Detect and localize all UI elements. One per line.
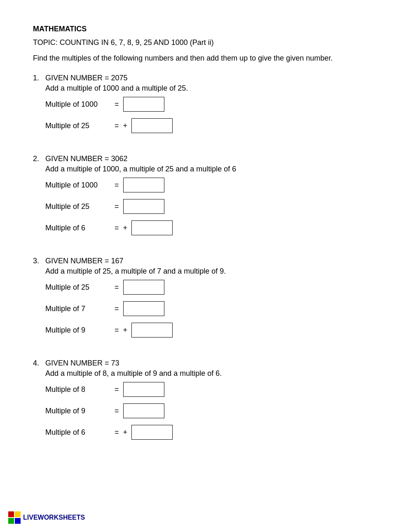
answer-box-4-1[interactable] — [123, 382, 164, 397]
add-instruction-2: Add a multiple of 1000, a multiple of 25… — [45, 165, 379, 173]
question-body-2: GIVEN NUMBER = 3062Add a multiple of 100… — [45, 155, 379, 242]
question-item-4: 4.GIVEN NUMBER = 73Add a multiple of 8, … — [33, 359, 379, 446]
plus-sign-4-3: + — [123, 428, 128, 437]
question-body-4: GIVEN NUMBER = 73Add a multiple of 8, a … — [45, 359, 379, 446]
answer-row-1-2: Multiple of 25=+ — [45, 118, 379, 133]
equals-sign-3-1: = — [115, 283, 119, 292]
equals-sign-4-1: = — [115, 385, 119, 394]
instructions: Find the multiples of the following numb… — [33, 53, 379, 64]
equals-sign-4-2: = — [115, 407, 119, 415]
topic: TOPIC: COUNTING IN 6, 7, 8, 9, 25 AND 10… — [33, 38, 379, 47]
plus-sign-3-3: + — [123, 326, 128, 335]
answer-box-3-2[interactable] — [123, 301, 164, 316]
logo-square-yellow — [15, 511, 21, 517]
question-item-1: 1.GIVEN NUMBER = 2075Add a multiple of 1… — [33, 74, 379, 140]
liveworksheets-logo: LIVEWORKSHEETS — [8, 511, 85, 524]
header-title: MATHEMATICS — [33, 25, 379, 33]
questions-list: 1.GIVEN NUMBER = 2075Add a multiple of 1… — [33, 74, 379, 446]
add-instruction-3: Add a multiple of 25, a multiple of 7 an… — [45, 267, 379, 276]
equals-sign-1-2: = — [115, 122, 119, 130]
answer-box-1-1[interactable] — [123, 97, 164, 112]
question-number-4: 4. — [33, 359, 45, 368]
answer-label-4-3: Multiple of 6 — [45, 428, 111, 437]
plus-sign-2-3: + — [123, 224, 128, 232]
answer-label-1-2: Multiple of 25 — [45, 122, 111, 130]
answer-box-2-3[interactable] — [131, 220, 173, 235]
logo-icon — [8, 511, 21, 524]
answer-row-4-2: Multiple of 9= — [45, 403, 379, 418]
equals-sign-2-2: = — [115, 202, 119, 211]
answer-label-4-1: Multiple of 8 — [45, 385, 111, 394]
question-number-1: 1. — [33, 74, 45, 82]
answer-box-3-3[interactable] — [131, 323, 173, 337]
answer-box-2-2[interactable] — [123, 199, 164, 214]
question-body-1: GIVEN NUMBER = 2075Add a multiple of 100… — [45, 74, 379, 140]
equals-sign-1-1: = — [115, 100, 119, 109]
answer-row-3-1: Multiple of 25= — [45, 280, 379, 295]
answer-label-2-3: Multiple of 6 — [45, 224, 111, 232]
question-header-4: 4.GIVEN NUMBER = 73Add a multiple of 8, … — [33, 359, 379, 446]
question-item-3: 3.GIVEN NUMBER = 167Add a multiple of 25… — [33, 257, 379, 344]
question-number-2: 2. — [33, 155, 45, 163]
logo-square-blue — [15, 518, 21, 524]
answer-row-4-3: Multiple of 6=+ — [45, 425, 379, 440]
given-number-4: GIVEN NUMBER = 73 — [45, 359, 379, 368]
answer-label-1-1: Multiple of 1000 — [45, 100, 111, 109]
logo-square-red — [8, 511, 14, 517]
answer-row-1-1: Multiple of 1000= — [45, 97, 379, 112]
answer-box-4-2[interactable] — [123, 403, 164, 418]
answer-row-2-3: Multiple of 6=+ — [45, 220, 379, 235]
answer-box-2-1[interactable] — [123, 178, 164, 192]
header: MATHEMATICS TOPIC: COUNTING IN 6, 7, 8, … — [33, 25, 379, 64]
equals-sign-4-3: = — [115, 428, 119, 437]
answer-row-2-2: Multiple of 25= — [45, 199, 379, 214]
given-number-2: GIVEN NUMBER = 3062 — [45, 155, 379, 163]
given-number-3: GIVEN NUMBER = 167 — [45, 257, 379, 265]
answer-box-4-3[interactable] — [131, 425, 173, 440]
footer: LIVEWORKSHEETS — [0, 511, 412, 524]
answer-label-2-2: Multiple of 25 — [45, 202, 111, 211]
answer-row-2-1: Multiple of 1000= — [45, 178, 379, 192]
plus-sign-1-2: + — [123, 122, 128, 130]
given-number-1: GIVEN NUMBER = 2075 — [45, 74, 379, 82]
question-header-2: 2.GIVEN NUMBER = 3062Add a multiple of 1… — [33, 155, 379, 242]
answer-label-2-1: Multiple of 1000 — [45, 181, 111, 190]
answer-row-4-1: Multiple of 8= — [45, 382, 379, 397]
answer-label-3-1: Multiple of 25 — [45, 283, 111, 292]
equals-sign-2-1: = — [115, 181, 119, 190]
equals-sign-2-3: = — [115, 224, 119, 232]
question-header-1: 1.GIVEN NUMBER = 2075Add a multiple of 1… — [33, 74, 379, 140]
answer-box-3-1[interactable] — [123, 280, 164, 295]
answer-box-1-2[interactable] — [131, 118, 173, 133]
equals-sign-3-3: = — [115, 326, 119, 335]
logo-text: LIVEWORKSHEETS — [23, 514, 85, 521]
answer-row-3-2: Multiple of 7= — [45, 301, 379, 316]
answer-label-4-2: Multiple of 9 — [45, 407, 111, 415]
logo-square-green — [8, 518, 14, 524]
equals-sign-3-2: = — [115, 305, 119, 313]
question-body-3: GIVEN NUMBER = 167Add a multiple of 25, … — [45, 257, 379, 344]
question-header-3: 3.GIVEN NUMBER = 167Add a multiple of 25… — [33, 257, 379, 344]
question-item-2: 2.GIVEN NUMBER = 3062Add a multiple of 1… — [33, 155, 379, 242]
question-number-3: 3. — [33, 257, 45, 265]
answer-label-3-3: Multiple of 9 — [45, 326, 111, 335]
add-instruction-4: Add a multiple of 8, a multiple of 9 and… — [45, 369, 379, 378]
add-instruction-1: Add a multiple of 1000 and a multiple of… — [45, 84, 379, 93]
answer-label-3-2: Multiple of 7 — [45, 305, 111, 313]
answer-row-3-3: Multiple of 9=+ — [45, 323, 379, 337]
